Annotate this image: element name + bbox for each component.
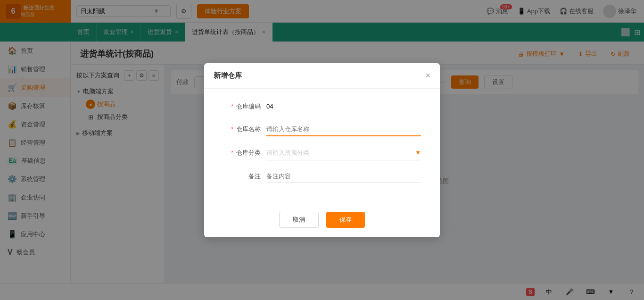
modal-header: 新增仓库 × — [204, 63, 440, 89]
modal-body: * 仓库编码 * 仓库名称 * 仓库分类 请输入所属 — [204, 89, 440, 204]
category-label: * 仓库分类 — [223, 149, 261, 157]
required-mark-category: * — [231, 149, 233, 156]
category-select[interactable]: 请输入所属分类 ▼ — [266, 146, 421, 160]
cancel-button[interactable]: 取消 — [279, 212, 319, 228]
note-input[interactable] — [266, 170, 421, 183]
modal-overlay: 新增仓库 × * 仓库编码 * 仓库名称 — [0, 0, 644, 300]
modal-footer: 取消 保存 — [204, 204, 440, 237]
name-input[interactable] — [266, 123, 421, 136]
form-row-category: * 仓库分类 请输入所属分类 ▼ — [223, 146, 421, 160]
code-input[interactable] — [266, 100, 421, 113]
category-placeholder: 请输入所属分类 — [266, 149, 309, 157]
modal-title: 新增仓库 — [214, 71, 242, 80]
code-label: * 仓库编码 — [223, 102, 261, 111]
form-row-note: * 备注 — [223, 170, 421, 183]
name-label: * 仓库名称 — [223, 125, 261, 133]
form-row-name: * 仓库名称 — [223, 123, 421, 136]
required-mark-code: * — [231, 103, 233, 110]
note-label: * 备注 — [223, 172, 261, 181]
category-arrow-icon: ▼ — [415, 149, 421, 156]
save-button[interactable]: 保存 — [326, 212, 365, 228]
required-mark-name: * — [231, 125, 233, 133]
form-row-code: * 仓库编码 — [223, 100, 421, 113]
modal-close-button[interactable]: × — [425, 71, 430, 81]
add-warehouse-modal: 新增仓库 × * 仓库编码 * 仓库名称 — [204, 63, 440, 237]
